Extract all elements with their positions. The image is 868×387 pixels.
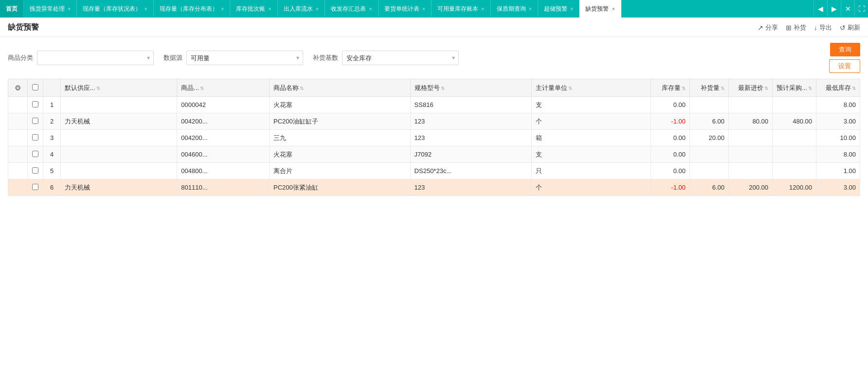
tab-recv[interactable]: 收发存汇总表 × <box>325 0 378 18</box>
sort-supplier-icon[interactable]: ⇅ <box>96 86 100 91</box>
row-price-cell <box>729 97 773 113</box>
close-icon[interactable]: × <box>316 6 319 12</box>
query-button[interactable]: 查询 <box>830 43 860 56</box>
col-unit-header: 主计量单位⇅ <box>531 79 651 97</box>
sort-name-icon[interactable]: ⇅ <box>300 86 304 91</box>
row-name-cell: 离合片 <box>269 163 410 179</box>
close-icon[interactable]: × <box>570 6 573 12</box>
row-stock-cell: 0.00 <box>651 130 690 146</box>
row-code-cell: 004200... <box>177 130 270 146</box>
tab-exception[interactable]: 拣货异常处理 × <box>24 0 77 18</box>
row-unit-cell: 支 <box>531 97 651 113</box>
close-icon[interactable]: × <box>481 6 484 12</box>
row-minstock-cell: 8.00 <box>816 97 860 113</box>
sort-code-icon[interactable]: ⇅ <box>200 86 204 91</box>
tab-batch[interactable]: 库存批次账 × <box>230 0 277 18</box>
sort-minstock-icon[interactable]: ⇅ <box>852 86 856 91</box>
tab-stock-status[interactable]: 现存量（库存状况表） × <box>77 0 153 18</box>
row-code-cell: 004800... <box>177 163 270 179</box>
row-checkbox[interactable] <box>32 184 38 190</box>
datasource-select[interactable]: 可用量 库存量 <box>186 51 303 65</box>
close-icon[interactable]: × <box>268 6 271 12</box>
row-plan-cell <box>773 146 816 163</box>
tab-overstock[interactable]: 超储预警 × <box>538 0 579 18</box>
row-num-cell: 6 <box>43 179 61 196</box>
row-minstock-cell: 3.00 <box>816 113 860 130</box>
tab-next-button[interactable]: ▶ <box>827 0 841 18</box>
row-stock-cell: -1.00 <box>651 179 690 196</box>
shortage-table: ⚙ 默认供应...⇅ 商品...⇅ 商品名称⇅ <box>8 79 860 196</box>
replenish-base-select[interactable]: 安全库存 最低库存 <box>342 51 459 65</box>
row-supplier-cell <box>61 146 177 163</box>
table-wrapper: ⚙ 默认供应...⇅ 商品...⇅ 商品名称⇅ <box>0 79 868 196</box>
close-icon[interactable]: × <box>369 6 372 12</box>
row-supplier-cell <box>61 97 177 113</box>
tab-close-button[interactable]: ✕ <box>841 0 854 18</box>
close-icon[interactable]: × <box>422 6 425 12</box>
row-stock-cell: 0.00 <box>651 146 690 163</box>
replenish-base-label: 补货基数 <box>313 53 338 62</box>
close-icon[interactable]: × <box>144 6 147 12</box>
export-icon: ↓ <box>814 24 817 32</box>
category-filter-group: 商品分类 <box>8 51 154 65</box>
sort-plan-icon[interactable]: ⇅ <box>808 86 812 91</box>
tab-avail[interactable]: 可用量库存账本 × <box>432 0 490 18</box>
close-icon[interactable]: × <box>68 6 71 12</box>
tab-shortage[interactable]: 缺货预警 × <box>579 0 621 18</box>
sort-repl-icon[interactable]: ⇅ <box>721 86 724 91</box>
row-checkbox[interactable] <box>32 134 38 141</box>
row-code-cell: 801110... <box>177 179 270 196</box>
row-unit-cell: 支 <box>531 146 651 163</box>
row-num-cell: 5 <box>43 163 61 179</box>
tab-stock-dist[interactable]: 现存量（库存分布表） × <box>154 0 230 18</box>
row-checkbox[interactable] <box>32 101 38 107</box>
row-plan-cell <box>773 130 816 146</box>
row-spec-cell: 123 <box>410 179 531 196</box>
tab-home[interactable]: 首页 <box>0 0 24 18</box>
row-name-cell: 火花塞 <box>269 97 410 113</box>
sort-unit-icon[interactable]: ⇅ <box>568 86 572 91</box>
tab-demand[interactable]: 要货单统计表 × <box>379 0 432 18</box>
row-repl-cell <box>690 146 729 163</box>
row-spec-cell: 123 <box>410 130 531 146</box>
row-stock-cell: -1.00 <box>651 113 690 130</box>
col-num-header <box>43 79 61 97</box>
sort-price-icon[interactable]: ⇅ <box>764 86 768 91</box>
category-select[interactable] <box>37 51 154 65</box>
tab-prev-button[interactable]: ◀ <box>814 0 827 18</box>
tab-inout[interactable]: 出入库流水 × <box>278 0 325 18</box>
share-icon: ↗ <box>758 24 763 32</box>
col-repl-header: 补货量⇅ <box>690 79 729 97</box>
replenish-button[interactable]: ⊞ 补货 <box>786 23 806 32</box>
row-checkbox-cell <box>28 163 43 179</box>
tab-expand-button[interactable]: ⛶ <box>854 0 868 18</box>
col-spec-header: 规格型号⇅ <box>410 79 531 97</box>
setting-button[interactable]: 设置 <box>829 59 860 73</box>
row-spec-cell: DS250*23c... <box>410 163 531 179</box>
tab-bar: 首页 拣货异常处理 × 现存量（库存状况表） × 现存量（库存分布表） × 库存… <box>0 0 868 18</box>
refresh-button[interactable]: ↺ 刷新 <box>840 23 860 32</box>
row-name-cell: PC200油缸缸子 <box>269 113 410 130</box>
export-button[interactable]: ↓ 导出 <box>814 23 832 32</box>
close-icon[interactable]: × <box>221 6 224 12</box>
row-repl-cell: 6.00 <box>690 113 729 130</box>
row-setting-cell <box>8 113 28 130</box>
close-icon[interactable]: × <box>529 6 532 12</box>
col-plan-header: 预计采购...⇅ <box>773 79 816 97</box>
tab-expire[interactable]: 保质期查询 × <box>491 0 538 18</box>
row-checkbox[interactable] <box>32 118 38 124</box>
row-checkbox[interactable] <box>32 151 38 157</box>
sort-spec-icon[interactable]: ⇅ <box>441 86 445 91</box>
row-num-cell: 4 <box>43 146 61 163</box>
header-actions: ↗ 分享 ⊞ 补货 ↓ 导出 ↺ 刷新 <box>758 23 860 32</box>
table-settings-icon[interactable]: ⚙ <box>15 84 21 92</box>
row-checkbox[interactable] <box>32 167 38 174</box>
row-plan-cell: 1200.00 <box>773 179 816 196</box>
sort-stock-icon[interactable]: ⇅ <box>682 86 686 91</box>
close-icon[interactable]: × <box>612 6 615 12</box>
row-checkbox-cell <box>28 130 43 146</box>
row-price-cell: 80.00 <box>729 113 773 130</box>
row-minstock-cell: 3.00 <box>816 179 860 196</box>
share-button[interactable]: ↗ 分享 <box>758 23 778 32</box>
select-all-checkbox[interactable] <box>32 84 38 90</box>
